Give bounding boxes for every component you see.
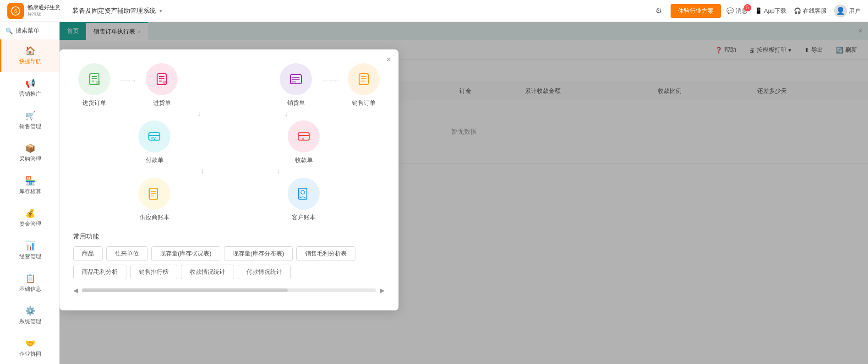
svg-text:6: 6 <box>14 8 17 13</box>
modal-close-button[interactable]: × <box>386 55 391 65</box>
flow-modal: × → 进货订单 <box>60 49 399 310</box>
sales-slip-label: 销货单 <box>287 99 305 107</box>
app-download-label: App下载 <box>764 7 786 15</box>
sidebar-item-label: 库存核算 <box>19 188 41 196</box>
message-badge: 5 <box>744 4 751 11</box>
svg-text:¥: ¥ <box>153 136 156 141</box>
sidebar-item-sales[interactable]: 🛒 销售管理 <box>0 104 59 137</box>
sidebar-item-finance[interactable]: 💰 资金管理 <box>0 202 59 234</box>
purchase-slip-icon: ✓ <box>146 63 178 95</box>
func-btn-sales-rank[interactable]: 销售排行榜 <box>130 265 177 279</box>
flow-node-purchase-order[interactable]: → 进货订单 <box>78 63 110 107</box>
svg-rect-17 <box>359 74 368 85</box>
top-right-area: 💬 消息 5 📱 App下载 🎧 在线客服 👤 用户 <box>726 5 861 17</box>
flow-node-sales-slip[interactable]: 销货单 <box>280 63 312 107</box>
sidebar-item-enterprise[interactable]: 🤝 企业协同 <box>0 332 59 364</box>
purchase-order-icon: → <box>78 63 110 95</box>
app-download-button[interactable]: 📱 App下载 <box>755 7 786 15</box>
receipt-icon: ¥ <box>288 120 320 152</box>
sidebar-item-inventory[interactable]: 🏪 库存核算 <box>0 169 59 202</box>
sidebar-item-purchase[interactable]: 📦 采购管理 <box>0 137 59 169</box>
search-menu-item[interactable]: 🔍 搜索菜单 <box>0 22 59 39</box>
flow-node-customer-book[interactable]: 客户账本 <box>288 178 320 222</box>
arrow-2: ←- - - - <box>322 76 338 85</box>
sales-slip-icon <box>280 63 312 95</box>
scroll-indicator: ◀ ▶ <box>73 284 385 297</box>
sidebar-item-label: 销售管理 <box>19 123 41 130</box>
func-btn-partner[interactable]: 往来单位 <box>106 246 147 261</box>
common-functions-grid: 商品 往来单位 现存量(库存状况表) 现存量(库存分布表) 销售毛利分析表 商品… <box>73 246 385 279</box>
logo-sub: 标准版 <box>27 11 60 17</box>
flow-node-receipt[interactable]: ¥ 收款单 <box>288 120 320 164</box>
logo-text: 畅康通好生意 <box>27 4 60 11</box>
system-name: 装备及固定资产辅助管理系统 <box>72 7 156 15</box>
online-service-button[interactable]: 🎧 在线客服 <box>794 7 827 15</box>
scroll-bar[interactable] <box>82 288 376 292</box>
user-area[interactable]: 👤 用户 <box>834 5 861 17</box>
func-btn-stock-dist[interactable]: 现存量(库存分布表) <box>224 246 293 261</box>
sidebar: 🔍 搜索菜单 🏠 快捷导航 📢 营销推广 🛒 销售管理 📦 采购管理 🏪 <box>0 22 60 364</box>
flow-row-3: 供应商账本 客户账本 <box>73 178 385 222</box>
sidebar-item-operation[interactable]: 📊 经营管理 <box>0 234 59 267</box>
func-btn-receipt-stats[interactable]: 收款情况统计 <box>181 265 234 279</box>
avatar: 👤 <box>834 5 847 17</box>
sidebar-item-marketing[interactable]: 📢 营销推广 <box>0 72 59 104</box>
arrows-row-3: ↓ ↓ <box>73 166 385 176</box>
customer-book-icon <box>288 178 320 210</box>
content-area: 首页 销售订单执行表 × × ❓ 帮助 🖨 按模板打印 ▾ <box>60 22 868 364</box>
sidebar-item-label: 快捷导航 <box>19 58 41 65</box>
svg-rect-29 <box>148 189 150 198</box>
flow-node-supplier-book[interactable]: 供应商账本 <box>138 178 170 222</box>
common-functions-section: 常用功能 商品 往来单位 现存量(库存状况表) 现存量(库存分布表) 销售毛利分… <box>73 233 385 279</box>
trial-button[interactable]: 体验行业方案 <box>671 4 721 18</box>
scroll-right-arrow[interactable]: ▶ <box>380 287 385 294</box>
func-btn-stock-status[interactable]: 现存量(库存状况表) <box>151 246 220 261</box>
service-icon: 🎧 <box>794 7 801 14</box>
sidebar-item-label: 营销推广 <box>19 90 41 98</box>
search-icon: 🔍 <box>5 27 13 34</box>
down-arrow-payment: ↓ <box>201 166 205 176</box>
download-icon: 📱 <box>755 7 762 14</box>
func-btn-sales-profit[interactable]: 销售毛利分析表 <box>296 246 355 261</box>
down-arrow-sales: ↓ <box>284 109 289 119</box>
arrow-1: - - - -→ <box>120 76 136 85</box>
marketing-icon: 📢 <box>25 78 35 88</box>
sidebar-item-label: 基础信息 <box>19 285 41 293</box>
svg-point-35 <box>301 190 305 194</box>
func-btn-payment-stats[interactable]: 付款情况统计 <box>238 265 291 279</box>
system-dropdown-arrow[interactable]: ▾ <box>159 8 162 14</box>
svg-text:→: → <box>97 81 101 85</box>
func-btn-product-profit[interactable]: 商品毛利分析 <box>73 265 126 279</box>
arrows-row-2: ↓ ↓ <box>73 109 385 119</box>
flow-node-purchase-slip[interactable]: ✓ 进货单 <box>146 63 178 107</box>
down-arrow-purchase: ↓ <box>197 109 202 119</box>
logo-icon: 6 <box>7 3 24 19</box>
sidebar-item-basic-info[interactable]: 📋 基础信息 <box>0 267 59 299</box>
scroll-thumb <box>82 288 288 292</box>
sidebar-item-label: 经营管理 <box>19 253 41 261</box>
purchase-slip-label: 进货单 <box>153 99 171 107</box>
scroll-left-arrow[interactable]: ◀ <box>73 287 78 294</box>
func-btn-product[interactable]: 商品 <box>73 246 103 261</box>
message-button[interactable]: 💬 消息 5 <box>726 7 748 15</box>
sales-order-icon <box>348 63 380 95</box>
flow-node-sales-order[interactable]: 销售订单 <box>348 63 380 107</box>
search-menu-label: 搜索菜单 <box>16 27 39 35</box>
svg-text:¥: ¥ <box>301 136 305 141</box>
svg-rect-33 <box>299 188 307 199</box>
user-name: 用户 <box>849 7 861 15</box>
customer-book-label: 客户账本 <box>292 213 316 222</box>
sidebar-item-system[interactable]: ⚙️ 系统管理 <box>0 299 59 332</box>
svg-rect-13 <box>290 75 301 84</box>
flow-node-payment[interactable]: ¥ 付款单 <box>138 120 170 164</box>
message-icon: 💬 <box>726 7 734 14</box>
svg-text:✓: ✓ <box>164 81 167 85</box>
sales-icon: 🛒 <box>25 111 35 121</box>
finance-icon: 💰 <box>25 208 35 218</box>
sales-order-label: 销售订单 <box>352 99 376 107</box>
modal-overlay[interactable]: × → 进货订单 <box>60 22 868 364</box>
settings-gear-button[interactable]: ⚙ <box>652 5 665 17</box>
receipt-label: 收款单 <box>295 156 313 164</box>
flow-diagram: → 进货订单 - - - -→ <box>73 63 385 229</box>
sidebar-item-quick-nav[interactable]: 🏠 快捷导航 <box>0 39 59 72</box>
